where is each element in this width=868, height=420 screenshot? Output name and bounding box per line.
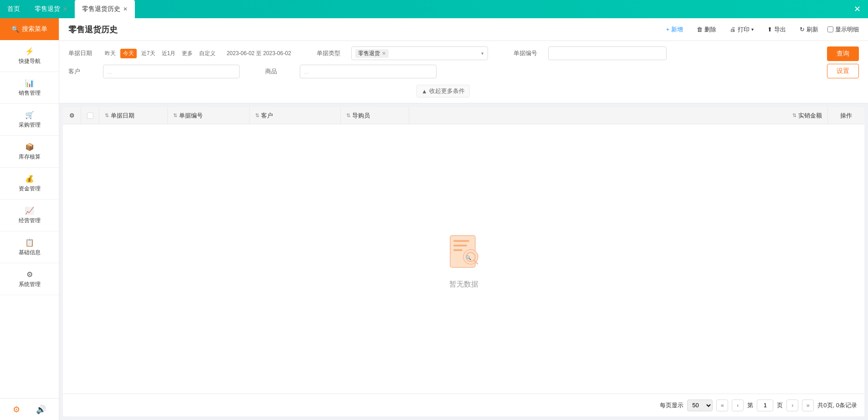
empty-icon: 🔍 <box>441 229 487 274</box>
tab-retail-return-label: 零售退货 <box>35 5 60 13</box>
next-page-btn[interactable]: › <box>786 400 798 411</box>
collapse-filter-btn[interactable]: ▲ 收起更多条件 <box>416 85 470 97</box>
table-date-header: 单据日期 <box>111 112 134 120</box>
table-amount-header: 实销金额 <box>798 112 822 120</box>
settings-bottom-icon[interactable]: ⚙ <box>13 405 20 415</box>
filter-section: 单据日期 昨天 今天 近7天 近1月 更多 自定义 2023-06-02 至 2… <box>59 41 868 103</box>
inventory-icon: 📦 <box>25 142 34 151</box>
sort-amount-icon[interactable]: ⇅ <box>792 113 796 118</box>
quick-nav-icon: ⚡ <box>25 46 34 56</box>
date-range-display: 2023-06-02 至 2023-06-02 <box>226 50 291 57</box>
first-page-btn[interactable]: « <box>716 400 728 411</box>
svg-rect-3 <box>453 249 462 251</box>
sort-guide-icon[interactable]: ⇅ <box>346 113 350 118</box>
sidebar-item-purchase[interactable]: 🛒 采购管理 <box>0 104 59 136</box>
sidebar-item-finance[interactable]: 💰 资金管理 <box>0 168 59 200</box>
table-order-no-header: 单据编号 <box>179 112 203 120</box>
page-number-input[interactable] <box>757 400 773 411</box>
date-shortcut-yesterday[interactable]: 昨天 <box>103 49 118 58</box>
sort-date-icon[interactable]: ⇅ <box>105 113 109 118</box>
sort-customer-icon[interactable]: ⇅ <box>255 113 259 118</box>
print-icon: 🖨 <box>730 26 736 33</box>
collapse-arrow-icon: ▲ <box>421 88 427 95</box>
sidebar-item-sales-label: 销售管理 <box>19 89 41 97</box>
sidebar-item-sales[interactable]: 📊 销售管理 <box>0 72 59 104</box>
table-guide-col: ⇅ 导购员 <box>341 107 409 124</box>
sidebar-item-operations-label: 经营管理 <box>19 217 41 225</box>
customer-filter-input[interactable]: ... <box>103 65 240 78</box>
new-button[interactable]: + 新增 <box>662 23 688 36</box>
filter-left: 单据日期 昨天 今天 近7天 近1月 更多 自定义 2023-06-02 至 2… <box>68 46 818 97</box>
svg-rect-1 <box>453 240 469 242</box>
sidebar-item-quick-nav[interactable]: ⚡ 快捷导航 <box>0 40 59 72</box>
last-page-btn[interactable]: » <box>802 400 814 411</box>
goods-placeholder: ... <box>304 68 309 75</box>
prev-page-btn[interactable]: ‹ <box>732 400 744 411</box>
type-dropdown-arrow-icon: ▾ <box>481 51 484 56</box>
table-settings-col[interactable]: ⚙ <box>63 107 81 124</box>
sidebar-item-operations[interactable]: 📈 经营管理 <box>0 200 59 231</box>
table-checkbox-col[interactable] <box>81 107 99 124</box>
query-button[interactable]: 查询 <box>827 46 859 61</box>
export-button[interactable]: ⬆ 导出 <box>763 23 791 36</box>
date-shortcut-today[interactable]: 今天 <box>120 49 137 58</box>
select-all-checkbox[interactable] <box>87 113 93 119</box>
goods-filter-input[interactable]: ... <box>300 65 437 78</box>
page-header: 零售退货历史 + 新增 🗑 删除 🖨 打印 ▾ ⬆ 导出 <box>59 18 868 41</box>
top-tabs: 首页 零售退货 ✕ 零售退货历史 ✕ <box>0 0 854 18</box>
sales-icon: 📊 <box>25 78 34 87</box>
volume-icon[interactable]: 🔊 <box>36 405 46 415</box>
total-info: 共0页, 0条记录 <box>817 401 857 410</box>
sidebar-item-finance-label: 资金管理 <box>19 185 41 193</box>
sidebar-item-inventory[interactable]: 📦 库存核算 <box>0 136 59 168</box>
show-detail-checkbox[interactable] <box>827 26 833 32</box>
purchase-icon: 🛒 <box>25 110 34 119</box>
delete-button[interactable]: 🗑 删除 <box>692 23 721 36</box>
sidebar-item-basic-info[interactable]: 📋 基础信息 <box>0 231 59 263</box>
page-size-label: 每页显示 <box>660 401 683 410</box>
tab-home[interactable]: 首页 <box>0 0 27 18</box>
date-shortcut-custom[interactable]: 自定义 <box>197 49 217 58</box>
delete-button-label: 删除 <box>704 26 716 34</box>
page-size-select[interactable]: 50 10 20 100 <box>687 400 713 411</box>
customer-placeholder: ... <box>107 68 112 75</box>
order-no-filter-input[interactable] <box>548 46 667 60</box>
sidebar-item-quick-nav-label: 快捷导航 <box>19 57 41 65</box>
print-button[interactable]: 🖨 打印 ▾ <box>725 23 758 36</box>
page-actions: + 新增 🗑 删除 🖨 打印 ▾ ⬆ 导出 ↻ 刷新 <box>662 23 859 36</box>
new-button-label: + 新增 <box>666 26 683 34</box>
refresh-button[interactable]: ↻ 刷新 <box>795 23 823 36</box>
table-section: ⚙ ⇅ 单据日期 ⇅ 单据编号 ⇅ 客户 ⇅ <box>63 107 864 416</box>
search-icon: 🔍 <box>11 26 19 33</box>
set-button[interactable]: 设置 <box>827 64 859 78</box>
type-filter-input[interactable]: 零售退货 ✕ ▾ <box>351 46 488 60</box>
type-filter-tag: 零售退货 ✕ <box>355 49 389 58</box>
svg-text:🔍: 🔍 <box>466 255 472 261</box>
empty-text: 暂无数据 <box>449 280 478 289</box>
date-shortcut-more[interactable]: 更多 <box>180 49 195 58</box>
operations-icon: 📈 <box>25 206 34 215</box>
tab-retail-return-history[interactable]: 零售退货历史 ✕ <box>75 0 135 18</box>
pagination: 每页显示 50 10 20 100 « ‹ 第 页 › » 共0页, 0条记录 <box>63 394 864 416</box>
tab-retail-return-history-close[interactable]: ✕ <box>123 6 128 12</box>
filter-right-buttons: 查询 设置 <box>818 46 859 97</box>
sidebar-item-system[interactable]: ⚙ 系统管理 <box>0 263 59 295</box>
date-filter-label: 单据日期 <box>68 49 96 57</box>
sidebar-item-purchase-label: 采购管理 <box>19 121 41 129</box>
goods-filter-label: 商品 <box>265 67 293 76</box>
window-close-btn[interactable]: ✕ <box>854 4 868 14</box>
show-detail-checkbox-container[interactable]: 显示明细 <box>827 26 859 34</box>
tab-retail-return-history-label: 零售退货历史 <box>82 5 120 13</box>
sort-orderno-icon[interactable]: ⇅ <box>173 113 177 118</box>
tab-retail-return[interactable]: 零售退货 ✕ <box>27 0 75 18</box>
table-date-col: ⇅ 单据日期 <box>99 107 168 124</box>
delete-icon: 🗑 <box>697 26 703 33</box>
type-tag-close[interactable]: ✕ <box>382 51 386 56</box>
tab-retail-return-close[interactable]: ✕ <box>63 6 67 12</box>
sidebar-search[interactable]: 🔍 搜索菜单 <box>0 18 59 40</box>
date-shortcut-1month[interactable]: 近1月 <box>160 49 178 58</box>
sidebar-search-label: 搜索菜单 <box>22 25 47 33</box>
sidebar-item-basic-info-label: 基础信息 <box>19 249 41 256</box>
order-no-filter-label: 单据编号 <box>514 49 541 57</box>
date-shortcut-7days[interactable]: 近7天 <box>139 49 157 58</box>
